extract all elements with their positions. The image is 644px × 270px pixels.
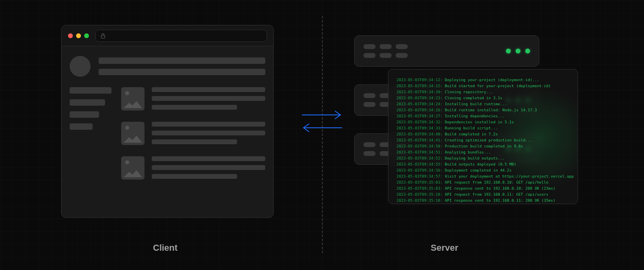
browser-chrome (62, 25, 273, 46)
avatar (70, 56, 91, 77)
log-line: 2023-05-03T09:34:32: Dependencies instal… (396, 119, 570, 125)
log-line: 2023-05-03T09:34:57: Visit your deployme… (396, 173, 570, 179)
skeleton-line (70, 99, 105, 106)
url-bar[interactable] (95, 30, 267, 42)
skeleton-line (152, 139, 237, 144)
log-line: 2023-05-03T09:34:24: Installing build ru… (396, 101, 570, 107)
log-line: 2023-05-03T09:34:20: Cloning repository.… (396, 89, 570, 95)
feed-item (121, 122, 265, 145)
server-label: Server (431, 243, 458, 253)
skeleton-line (70, 123, 93, 130)
client-browser-window (61, 25, 274, 218)
log-line: 2023-05-03T09:34:27: Installing dependen… (396, 113, 570, 119)
log-line: 2023-05-03T09:34:52: Deploying build out… (396, 155, 570, 161)
image-icon (121, 122, 144, 145)
close-icon[interactable] (68, 33, 73, 38)
svg-rect-0 (101, 35, 105, 38)
browser-content (62, 46, 273, 189)
maximize-icon[interactable] (84, 33, 89, 38)
log-line: 2023-05-03T09:34:15: Build started for y… (396, 83, 570, 89)
skeleton-line (99, 57, 265, 64)
skeleton-line (152, 96, 265, 101)
minimize-icon[interactable] (76, 33, 81, 38)
skeleton-line (152, 122, 265, 127)
log-line: 2023-05-03T09:34:33: Running build scrip… (396, 125, 570, 131)
log-line: 2023-05-03T09:35:10: API response sent t… (396, 197, 570, 203)
status-leds (506, 49, 530, 53)
log-line: 2023-05-03T09:34:51: Analyzing bundles..… (396, 149, 570, 155)
log-line: 2023-05-03T09:34:26: Build runtime insta… (396, 107, 570, 113)
led-icon (506, 49, 511, 53)
skeleton-line (152, 156, 265, 161)
deployment-terminal: 2023-05-03T09:34:12: Deploying your-proj… (388, 69, 578, 204)
log-line: 2023-05-03T09:35:03: API response sent t… (396, 185, 570, 191)
lock-icon (101, 33, 105, 39)
skeleton-line (152, 105, 237, 110)
client-label: Client (153, 243, 178, 253)
image-icon (121, 156, 144, 180)
server-unit (354, 35, 539, 67)
log-line: 2023-05-03T09:34:41: Creating optimized … (396, 137, 570, 143)
skeleton-line (70, 111, 99, 118)
sidebar-skeleton (70, 87, 111, 180)
skeleton-line (152, 165, 265, 170)
log-line: 2023-05-03T09:34:23: Cloning completed i… (396, 95, 570, 101)
image-icon (121, 87, 144, 110)
led-icon (516, 49, 520, 53)
skeleton-line (152, 87, 265, 92)
feed-skeleton (121, 87, 265, 180)
skeleton-line (152, 174, 237, 179)
log-line: 2023-05-03T09:34:56: Deployment complete… (396, 167, 570, 173)
log-line: 2023-05-03T09:35:10: API request from 19… (396, 191, 570, 197)
log-line: 2023-05-03T09:34:12: Deploying your-proj… (396, 77, 570, 83)
feed-item (121, 87, 265, 110)
drive-bays (363, 44, 408, 58)
led-icon (525, 49, 530, 53)
feed-item (121, 156, 265, 180)
skeleton-line (99, 69, 265, 75)
request-response-arrows (298, 108, 346, 136)
skeleton-line (152, 131, 265, 135)
log-line: 2023-05-03T09:34:55: Build outputs deplo… (396, 161, 570, 167)
log-line: 2023-05-03T09:34:50: Production build co… (396, 143, 570, 149)
log-line: 2023-05-03T09:34:40: Build completed in … (396, 131, 570, 137)
skeleton-line (70, 87, 111, 94)
traffic-lights (68, 33, 89, 38)
log-line: 2023-05-03T09:35:03: API request from 19… (396, 179, 570, 185)
